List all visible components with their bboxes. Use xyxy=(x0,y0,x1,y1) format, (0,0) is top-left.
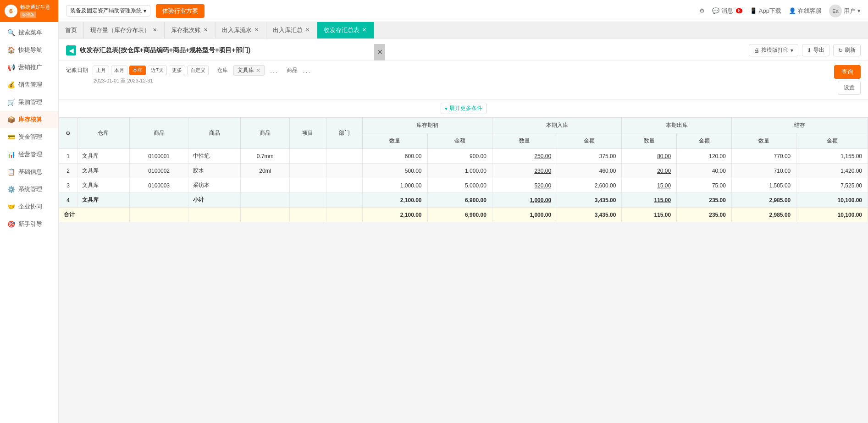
tabs-close-all[interactable]: ✕ xyxy=(374,44,385,60)
total-bal-amt: 10,100.00 xyxy=(796,208,868,222)
filter-bar: 记账日期 上月 本月 本年 近7天 更多 自定义 仓库 文具库 ✕ xyxy=(59,60,868,100)
th-out-stock: 本期出库 xyxy=(622,118,732,133)
sidebar-item-purchase[interactable]: 🛒采购管理 xyxy=(0,93,58,111)
gear-icon[interactable]: ⚙ xyxy=(699,7,705,14)
tab-batch[interactable]: 库存批次账 ✕ xyxy=(165,22,216,38)
collapse-btn[interactable]: ◀ xyxy=(66,45,76,55)
tab-inventory-dist-close[interactable]: ✕ xyxy=(152,27,158,33)
sidebar-item-finance[interactable]: 💳资金管理 xyxy=(0,128,58,146)
sub-empty3 xyxy=(290,193,326,208)
sidebar-item-enterprise[interactable]: 🤝企业协同 xyxy=(0,198,58,215)
service-icon: 👤 xyxy=(789,7,796,14)
th-bal-amt: 金额 xyxy=(796,133,868,149)
tab-inout-flow-close[interactable]: ✕ xyxy=(254,27,260,33)
table-container: ⚙ 仓库 商品 商品 商品 项目 部门 库存期初 本期入库 本期出库 结存 xyxy=(59,117,868,222)
sidebar-item-operations[interactable]: 📊经营管理 xyxy=(0,146,58,163)
warehouse-filter-tag[interactable]: 文具库 ✕ xyxy=(233,65,265,76)
btn-this-year[interactable]: 本年 xyxy=(129,66,146,75)
sidebar-item-quick-nav[interactable]: 🏠快捷导航 xyxy=(0,41,58,59)
btn-custom-date[interactable]: 自定义 xyxy=(187,66,209,75)
filter-action-panel: 查询 设置 xyxy=(834,65,861,95)
sidebar-item-label-basic-info: 基础信息 xyxy=(18,168,42,176)
goods-dots[interactable]: ... xyxy=(303,67,311,74)
guide-icon: 🎯 xyxy=(7,220,15,228)
cell-spec xyxy=(241,178,290,193)
th-init-amt: 金额 xyxy=(427,133,492,149)
tab-inventory-dist[interactable]: 现存量（库存分布表） ✕ xyxy=(84,22,165,38)
sidebar-item-label-marketing: 营销推广 xyxy=(18,63,42,71)
settings-button[interactable]: 设置 xyxy=(838,81,861,95)
online-service-item[interactable]: 👤 在线客服 xyxy=(789,7,822,15)
sub-out-qty[interactable]: 115.00 xyxy=(622,193,677,208)
user-item[interactable]: Ea 用户 ▾ xyxy=(829,5,861,17)
sidebar-item-marketing[interactable]: 📢营销推广 xyxy=(0,59,58,76)
operations-icon: 📊 xyxy=(7,151,15,158)
total-label: 合计 xyxy=(59,208,130,222)
sidebar-item-system[interactable]: ⚙️系统管理 xyxy=(0,181,58,198)
export-button[interactable]: ⬇ 导出 xyxy=(802,44,829,56)
tab-inout-summary-close[interactable]: ✕ xyxy=(304,27,310,33)
try-button[interactable]: 体验行业方案 xyxy=(156,4,205,18)
sidebar-item-sales[interactable]: 💰销售管理 xyxy=(0,76,58,93)
th-settings[interactable]: ⚙ xyxy=(59,118,77,149)
tab-recv-send-close[interactable]: ✕ xyxy=(361,27,367,33)
warehouse-dots[interactable]: ... xyxy=(270,67,278,74)
cell-out-qty[interactable]: 15.00 xyxy=(622,178,677,193)
query-button[interactable]: 查询 xyxy=(834,65,861,79)
app-download-item[interactable]: 📱 App下载 xyxy=(750,7,781,15)
page-title: 收发存汇总表(按仓库+商品编码+商品+规格型号+项目+部门) xyxy=(80,46,250,55)
tab-inout-flow[interactable]: 出入库流水 ✕ xyxy=(216,22,266,38)
sidebar-item-basic-info[interactable]: 📋基础信息 xyxy=(0,163,58,181)
print-button[interactable]: 🖨 按模版打印 ▾ xyxy=(749,44,798,56)
sub-name: 小计 xyxy=(188,193,241,208)
btn-more-date[interactable]: 更多 xyxy=(169,66,185,75)
total-bal-qty: 2,985.00 xyxy=(731,208,796,222)
sidebar-item-guide[interactable]: 🎯新手引导 xyxy=(0,215,58,233)
date-range-display: 2023-01-01 至 2023-12-31 xyxy=(94,78,153,83)
topbar: 装备及固定资产辅助管理系统 ▾ 体验行业方案 ⚙ 💬 消息 6 📱 App下载 … xyxy=(59,0,868,22)
sidebar-item-search[interactable]: 🔍搜索菜单 xyxy=(0,24,58,41)
refresh-button[interactable]: ↻ 刷新 xyxy=(833,44,861,56)
sub-in-qty[interactable]: 1,000.00 xyxy=(492,193,557,208)
page-content: ◀ 收发存汇总表(按仓库+商品编码+商品+规格型号+项目+部门) 🖨 按模版打印… xyxy=(59,38,868,222)
print-icon: 🖨 xyxy=(754,47,759,54)
filter-main: 记账日期 上月 本月 本年 近7天 更多 自定义 仓库 文具库 ✕ xyxy=(66,65,829,84)
th-balance: 结存 xyxy=(731,118,868,133)
table-row: 1 文具库 0100001 中性笔 0.7mm 600.00 900.00 25… xyxy=(59,149,868,164)
sub-seq: 4 xyxy=(59,193,77,208)
btn-this-month[interactable]: 本月 xyxy=(111,66,127,75)
th-in-amt: 金额 xyxy=(557,133,622,149)
warehouse-tag-close[interactable]: ✕ xyxy=(256,67,260,74)
cell-in-qty[interactable]: 250.00 xyxy=(492,149,557,164)
topbar-left: 装备及固定资产辅助管理系统 ▾ 体验行业方案 xyxy=(66,4,205,18)
cell-out-amt: 40.00 xyxy=(677,164,732,178)
cell-out-qty[interactable]: 20.00 xyxy=(622,164,677,178)
topbar-right: ⚙ 💬 消息 6 📱 App下载 👤 在线客服 Ea 用户 ▾ xyxy=(699,5,861,17)
sub-empty1 xyxy=(129,193,188,208)
cell-out-qty[interactable]: 80.00 xyxy=(622,149,677,164)
cell-project xyxy=(290,149,326,164)
tab-home[interactable]: 首页 xyxy=(59,22,84,38)
sub-in-amt: 3,435.00 xyxy=(557,193,622,208)
cell-warehouse: 文具库 xyxy=(77,149,130,164)
btn-7days[interactable]: 近7天 xyxy=(148,66,167,75)
tab-batch-close[interactable]: ✕ xyxy=(203,27,209,33)
sidebar-item-inventory[interactable]: 📦库存核算 xyxy=(0,111,58,128)
th-bal-qty: 数量 xyxy=(731,133,796,149)
message-item[interactable]: 💬 消息 6 xyxy=(712,7,742,15)
sidebar-item-label-quick-nav: 快捷导航 xyxy=(18,46,42,54)
cell-in-qty[interactable]: 230.00 xyxy=(492,164,557,178)
cell-in-qty[interactable]: 520.00 xyxy=(492,178,557,193)
warehouse-label: 仓库 xyxy=(217,66,228,74)
sidebar-item-label-search: 搜索菜单 xyxy=(18,28,42,37)
system-selector[interactable]: 装备及固定资产辅助管理系统 ▾ xyxy=(66,5,150,16)
tab-recv-send[interactable]: 收发存汇总表 ✕ xyxy=(317,22,374,38)
cell-warehouse: 文具库 xyxy=(77,178,130,193)
tab-inout-summary-label: 出入库汇总 xyxy=(273,26,303,34)
btn-last-month[interactable]: 上月 xyxy=(93,66,109,75)
cell-init-qty: 600.00 xyxy=(363,149,427,164)
tab-inout-summary[interactable]: 出入库汇总 ✕ xyxy=(266,22,317,38)
expand-conditions-btn[interactable]: ▾ 展开更多条件 xyxy=(441,103,487,114)
page-header-actions: 🖨 按模版打印 ▾ ⬇ 导出 ↻ 刷新 xyxy=(749,44,861,56)
main-table: ⚙ 仓库 商品 商品 商品 项目 部门 库存期初 本期入库 本期出库 结存 xyxy=(59,117,868,222)
